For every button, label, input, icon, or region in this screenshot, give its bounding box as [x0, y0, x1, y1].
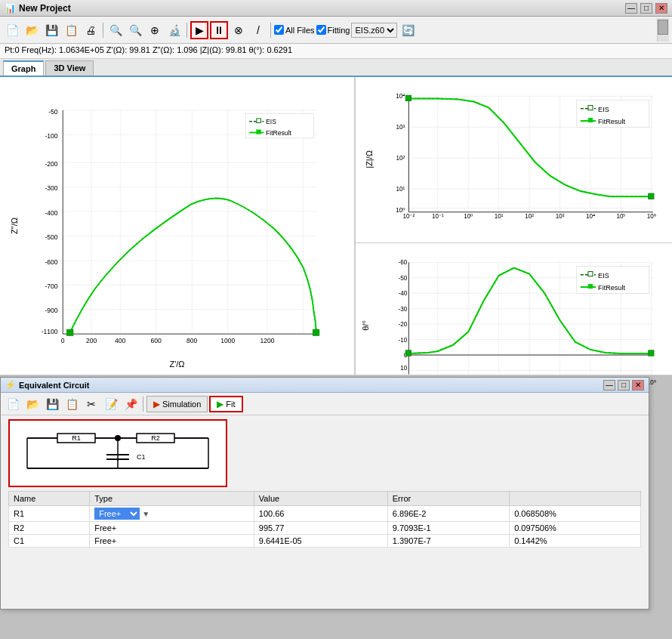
eq-save-button[interactable]: 💾	[43, 395, 61, 413]
window-title: New Project	[19, 3, 71, 14]
bode-z-svg: 10⁴ 10³ 10² 10¹ 10⁰ 10⁻² 10⁻¹ 10⁰ 10¹ 10…	[386, 85, 661, 220]
r1-type-select[interactable]: Free+	[94, 508, 140, 520]
r1-error2: 0.068508%	[510, 506, 641, 522]
eq-sep1	[143, 397, 143, 412]
svg-text:10¹: 10¹	[396, 186, 405, 193]
r2-error1: 9.7093E-1	[387, 522, 509, 535]
print-button[interactable]: 🖨	[82, 21, 100, 39]
svg-text:R2: R2	[151, 434, 160, 442]
eq-maximize-button[interactable]: □	[618, 380, 630, 390]
bode-theta-svg: -60 -50 -40 -30 -20 -10 0 10 10⁻² 10⁻¹ 1…	[386, 251, 661, 386]
svg-text:10⁰: 10⁰	[464, 213, 473, 220]
zoom-out-button[interactable]: 🔍	[126, 21, 144, 39]
fitting-checkbox[interactable]	[316, 25, 326, 35]
r2-name: R2	[9, 522, 90, 535]
bode-theta-ylabel: θ/°	[361, 321, 370, 332]
allfiles-check-container: All Files	[274, 25, 315, 35]
close-button[interactable]: ✕	[655, 3, 667, 14]
svg-text:1200: 1200	[260, 337, 274, 344]
status-bar: Pt:0 Freq(Hz): 1.0634E+05 Z'(Ω): 99.81 Z…	[0, 44, 672, 59]
maximize-button[interactable]: □	[640, 3, 652, 14]
col-name: Name	[9, 492, 90, 506]
svg-text:-20: -20	[399, 321, 408, 328]
play-button[interactable]: ▶	[190, 21, 208, 39]
svg-text:C1: C1	[137, 453, 146, 461]
eq-paste-button[interactable]: 📌	[122, 395, 140, 413]
nyquist-fit-marker-start	[67, 330, 73, 335]
svg-text:-100: -100	[45, 132, 57, 140]
svg-text:1000: 1000	[220, 337, 235, 344]
nyquist-eis-path	[70, 199, 316, 333]
fit-legend-marker	[257, 130, 261, 134]
svg-text:EIS: EIS	[598, 106, 609, 113]
bode-z-fit-marker-low	[405, 95, 411, 100]
zoom-fit-button[interactable]: ⊕	[146, 21, 164, 39]
eq-minimize-button[interactable]: —	[603, 380, 615, 390]
eq-new-button[interactable]: 📄	[4, 395, 22, 413]
svg-text:-700: -700	[45, 282, 57, 290]
svg-text:800: 800	[186, 337, 198, 344]
eq-win-controls: — □ ✕	[603, 380, 644, 390]
cursor-button[interactable]: ⊗	[230, 21, 248, 39]
svg-text:10⁻¹: 10⁻¹	[432, 213, 444, 220]
saveas-button[interactable]: 📋	[62, 21, 80, 39]
svg-rect-74	[588, 118, 593, 122]
eq-open-button[interactable]: 📂	[23, 395, 42, 413]
svg-text:-60: -60	[399, 259, 408, 266]
svg-text:-30: -30	[399, 306, 408, 313]
nyquist-plot: Z"/Ω -50 -100 -200 -300 -400 -500 -600 -…	[0, 77, 355, 375]
bode-z-fit-marker-high	[649, 193, 654, 199]
svg-text:10: 10	[400, 365, 407, 372]
c1-value: 9.6441E-05	[254, 535, 387, 548]
sep1	[103, 23, 103, 38]
svg-text:10⁴: 10⁴	[396, 93, 405, 100]
new-button[interactable]: 📄	[3, 21, 21, 39]
tab-graph[interactable]: Graph	[3, 60, 44, 76]
table-row: C1 Free+ 9.6441E-05 1.3907E-7 0.1442%	[9, 535, 641, 548]
allfiles-checkbox[interactable]	[274, 25, 284, 35]
tab-3dview[interactable]: 3D View	[45, 60, 94, 76]
table-row: R1 Free+ ▼ 100.66 6.896E-2 0.068508%	[9, 506, 641, 522]
zoom-custom-button[interactable]: 🔬	[165, 21, 183, 39]
eq-close-button[interactable]: ✕	[632, 380, 644, 390]
c1-error1: 1.3907E-7	[387, 535, 509, 548]
graph-area: Z"/Ω -50 -100 -200 -300 -400 -500 -600 -…	[0, 77, 672, 375]
eq-panel-title: Equivalent Circuit	[19, 381, 90, 390]
zoom-in-button[interactable]: 🔍	[106, 21, 125, 39]
svg-text:-400: -400	[45, 209, 57, 217]
sep2	[186, 23, 187, 38]
status-text: Pt:0 Freq(Hz): 1.0634E+05 Z'(Ω): 99.81 Z…	[5, 45, 292, 54]
svg-text:-50: -50	[399, 275, 408, 282]
svg-text:FitResult: FitResult	[266, 129, 291, 137]
svg-text:10²: 10²	[525, 213, 534, 220]
eq-copy-button[interactable]: 📝	[102, 395, 120, 413]
line-button[interactable]: /	[249, 21, 267, 39]
save-button[interactable]: 💾	[42, 21, 60, 39]
svg-text:10³: 10³	[396, 124, 405, 131]
circuit-diagram: R1 R2 C1	[8, 419, 227, 487]
minimize-button[interactable]: —	[625, 3, 637, 14]
fit-button[interactable]: ▶ Fit	[209, 396, 242, 412]
c1-error2: 0.1442%	[510, 535, 641, 548]
circuit-svg: R1 R2 C1	[20, 423, 216, 483]
svg-text:-300: -300	[45, 184, 57, 192]
app-icon: 📊	[5, 3, 16, 14]
refresh-button[interactable]: 🔄	[399, 21, 417, 39]
title-bar-left: 📊 New Project	[5, 3, 71, 14]
svg-text:EIS: EIS	[598, 272, 609, 279]
eq-cut-button[interactable]: ✂	[82, 395, 100, 413]
svg-rect-71	[588, 106, 593, 110]
title-bar: 📊 New Project — □ ✕	[0, 0, 672, 17]
stop-button[interactable]: ⏸	[210, 21, 228, 39]
svg-text:200: 200	[86, 337, 97, 344]
svg-rect-115	[588, 272, 593, 276]
eq-circuit-panel: ⚡ Equivalent Circuit — □ ✕ 📄 📂 💾 📋 ✂ 📝 📌…	[0, 377, 649, 610]
open-button[interactable]: 📂	[23, 21, 41, 39]
param-table: Name Type Value Error R1 Free+ ▼ 100.66 …	[8, 491, 641, 548]
fitting-label: Fitting	[328, 26, 350, 35]
eq-saveas-button[interactable]: 📋	[63, 395, 81, 413]
file-select[interactable]: EIS.z60	[351, 23, 397, 38]
simulation-button[interactable]: ▶ Simulation	[146, 396, 208, 412]
svg-text:-1100: -1100	[42, 328, 58, 335]
svg-text:10⁶: 10⁶	[647, 213, 656, 220]
